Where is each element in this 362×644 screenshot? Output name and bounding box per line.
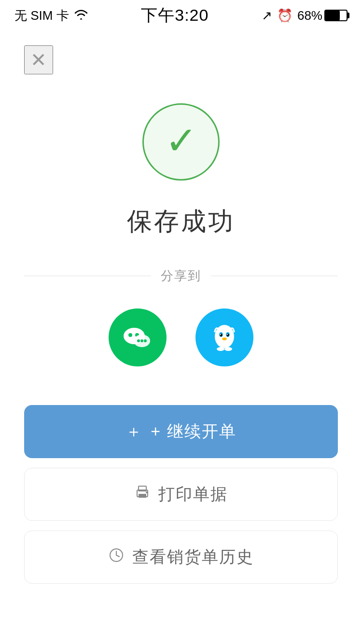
status-bar: 无 SIM 卡 下午3:20 ↗ ⏰ 68%: [0, 0, 362, 31]
success-title: 保存成功: [127, 205, 235, 238]
no-sim-label: 无 SIM 卡: [14, 7, 69, 24]
printer-icon: [134, 484, 151, 504]
svg-point-16: [224, 347, 232, 351]
svg-point-6: [144, 339, 147, 342]
svg-point-14: [222, 337, 227, 340]
svg-point-11: [227, 334, 229, 336]
svg-point-15: [217, 347, 224, 351]
continue-order-button[interactable]: ＋ + 继续开单: [24, 405, 338, 458]
qq-share-button[interactable]: [195, 308, 253, 366]
share-divider: 分享到: [24, 267, 338, 284]
status-time: 下午3:20: [141, 4, 209, 27]
svg-rect-18: [139, 494, 146, 498]
clock-icon: [108, 547, 125, 567]
close-button[interactable]: ✕: [24, 45, 53, 74]
continue-label: + 继续开单: [151, 420, 236, 443]
svg-point-10: [220, 334, 223, 336]
status-left: 无 SIM 卡: [14, 7, 88, 24]
wechat-icon: [121, 321, 154, 354]
status-right: ↗ ⏰ 68%: [262, 8, 348, 23]
wechat-share-button[interactable]: [109, 308, 167, 366]
divider-left: [24, 276, 151, 276]
battery-level: 68%: [297, 8, 322, 23]
battery-fill: [325, 11, 340, 20]
svg-point-20: [146, 491, 148, 493]
svg-point-12: [220, 334, 221, 335]
success-circle: ✓: [142, 103, 220, 181]
print-label: 打印单据: [158, 483, 228, 505]
main-content: ✕ ✓ 保存成功 分享到: [0, 31, 362, 584]
plus-icon: ＋: [125, 420, 143, 443]
history-label: 查看销货单历史: [132, 546, 254, 568]
alarm-icon: ⏰: [277, 8, 292, 23]
battery-icon: [324, 10, 348, 21]
qq-icon: [208, 321, 241, 354]
svg-point-4: [137, 339, 140, 342]
location-icon: ↗: [262, 8, 272, 23]
print-button[interactable]: 打印单据: [24, 468, 338, 521]
share-icons-row: [24, 308, 338, 366]
battery-container: 68%: [297, 8, 348, 23]
share-section: 分享到: [24, 267, 338, 366]
svg-point-13: [227, 334, 228, 335]
actions-section: ＋ + 继续开单 打印单据 查看销货单历: [24, 405, 338, 584]
wifi-icon: [74, 8, 88, 23]
close-icon: ✕: [30, 49, 47, 71]
svg-point-1: [128, 333, 132, 337]
checkmark-icon: ✓: [165, 122, 197, 160]
share-label: 分享到: [161, 267, 201, 284]
success-section: ✓ 保存成功: [24, 103, 338, 238]
history-button[interactable]: 查看销货单历史: [24, 531, 338, 584]
divider-right: [211, 276, 338, 276]
svg-point-5: [140, 339, 143, 342]
